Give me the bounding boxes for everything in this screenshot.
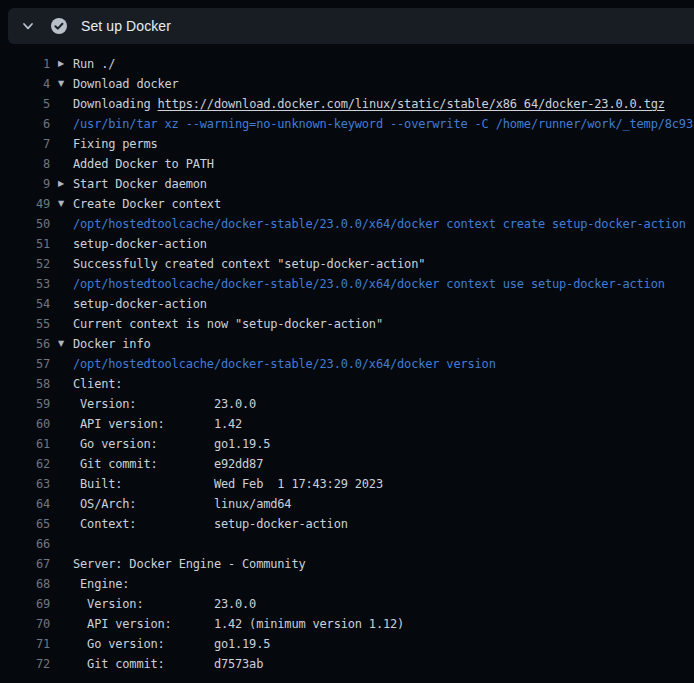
log-link[interactable]: https://download.docker.com/linux/static… bbox=[158, 97, 665, 111]
line-number[interactable]: 1 bbox=[0, 54, 50, 74]
line-number[interactable]: 51 bbox=[0, 234, 50, 254]
line-number[interactable]: 62 bbox=[0, 454, 50, 474]
log-line-content: API version: 1.42 bbox=[73, 414, 694, 434]
log-line-content: Current context is now "setup-docker-act… bbox=[73, 314, 694, 334]
line-number[interactable]: 54 bbox=[0, 294, 50, 314]
line-number[interactable]: 69 bbox=[0, 594, 50, 614]
log-group-header[interactable]: 49▼Create Docker context bbox=[0, 194, 694, 214]
step-title: Set up Docker bbox=[81, 18, 171, 34]
log-line-content: Version: 23.0.0 bbox=[73, 394, 694, 414]
group-collapsed-icon: ▶ bbox=[50, 54, 73, 74]
log-text: Client: bbox=[73, 377, 122, 391]
step-header[interactable]: Set up Docker bbox=[8, 8, 694, 44]
log-line: 54setup-docker-action bbox=[0, 294, 694, 314]
log-line: 67Server: Docker Engine - Community bbox=[0, 554, 694, 574]
log-line-content: Go version: go1.19.5 bbox=[73, 434, 694, 454]
log-line-content: Server: Docker Engine - Community bbox=[73, 554, 694, 574]
line-number[interactable]: 72 bbox=[0, 654, 50, 674]
log-line-content: /usr/bin/tar xz --warning=no-unknown-key… bbox=[73, 114, 694, 134]
arrow-slot bbox=[50, 574, 73, 594]
log-line-content: Start Docker daemon bbox=[73, 174, 694, 194]
line-number[interactable]: 65 bbox=[0, 514, 50, 534]
log-text: Fixing perms bbox=[73, 137, 158, 151]
line-number[interactable]: 63 bbox=[0, 474, 50, 494]
arrow-slot bbox=[50, 134, 73, 154]
log-line-content: Client: bbox=[73, 374, 694, 394]
log-text: Docker info bbox=[73, 337, 151, 351]
line-number[interactable]: 71 bbox=[0, 634, 50, 654]
line-number[interactable]: 59 bbox=[0, 394, 50, 414]
arrow-slot bbox=[50, 234, 73, 254]
log-text: Go version: go1.19.5 bbox=[73, 637, 270, 651]
log-line: 60 API version: 1.42 bbox=[0, 414, 694, 434]
arrow-slot bbox=[50, 454, 73, 474]
log-line: 58Client: bbox=[0, 374, 694, 394]
log-line: 6/usr/bin/tar xz --warning=no-unknown-ke… bbox=[0, 114, 694, 134]
log-text: OS/Arch: linux/amd64 bbox=[73, 497, 291, 511]
log-line: 7Fixing perms bbox=[0, 134, 694, 154]
line-number[interactable]: 4 bbox=[0, 74, 50, 94]
line-number[interactable]: 70 bbox=[0, 614, 50, 634]
line-number[interactable]: 61 bbox=[0, 434, 50, 454]
log-line-content: setup-docker-action bbox=[73, 294, 694, 314]
line-number[interactable]: 49 bbox=[0, 194, 50, 214]
log-group-header[interactable]: 9▶Start Docker daemon bbox=[0, 174, 694, 194]
line-number[interactable]: 7 bbox=[0, 134, 50, 154]
log-line-content: Create Docker context bbox=[73, 194, 694, 214]
log-line: 63 Built: Wed Feb 1 17:43:29 2023 bbox=[0, 474, 694, 494]
line-number[interactable]: 8 bbox=[0, 154, 50, 174]
log-line: 57/opt/hostedtoolcache/docker-stable/23.… bbox=[0, 354, 694, 374]
arrow-slot bbox=[50, 534, 73, 554]
log-line-content: Download docker bbox=[73, 74, 694, 94]
log-group-header[interactable]: 56▼Docker info bbox=[0, 334, 694, 354]
log-line-content: Added Docker to PATH bbox=[73, 154, 694, 174]
log-line-content: /opt/hostedtoolcache/docker-stable/23.0.… bbox=[73, 274, 694, 294]
log-group-header[interactable]: 1▶Run ./ bbox=[0, 54, 694, 74]
command-text: /usr/bin/tar xz --warning=no-unknown-key… bbox=[73, 117, 693, 131]
line-number[interactable]: 60 bbox=[0, 414, 50, 434]
arrow-slot bbox=[50, 274, 73, 294]
arrow-slot bbox=[50, 154, 73, 174]
log-text: Successfully created context "setup-dock… bbox=[73, 257, 425, 271]
line-number[interactable]: 64 bbox=[0, 494, 50, 514]
line-number[interactable]: 57 bbox=[0, 354, 50, 374]
log-line: 53/opt/hostedtoolcache/docker-stable/23.… bbox=[0, 274, 694, 294]
chevron-down-icon[interactable] bbox=[21, 19, 35, 33]
line-number[interactable]: 53 bbox=[0, 274, 50, 294]
log-line: 71 Go version: go1.19.5 bbox=[0, 634, 694, 654]
log-line-content: Successfully created context "setup-dock… bbox=[73, 254, 694, 274]
arrow-slot bbox=[50, 654, 73, 674]
line-number[interactable]: 6 bbox=[0, 114, 50, 134]
log-line: 64 OS/Arch: linux/amd64 bbox=[0, 494, 694, 514]
log-line-content: setup-docker-action bbox=[73, 234, 694, 254]
line-number[interactable]: 5 bbox=[0, 94, 50, 114]
log-line-content: Engine: bbox=[73, 574, 694, 594]
line-number[interactable]: 9 bbox=[0, 174, 50, 194]
arrow-slot bbox=[50, 294, 73, 314]
line-number[interactable]: 67 bbox=[0, 554, 50, 574]
line-number[interactable]: 66 bbox=[0, 534, 50, 554]
line-number[interactable]: 50 bbox=[0, 214, 50, 234]
arrow-slot bbox=[50, 114, 73, 134]
line-number[interactable]: 52 bbox=[0, 254, 50, 274]
log-line-content: Go version: go1.19.5 bbox=[73, 634, 694, 654]
line-number[interactable]: 68 bbox=[0, 574, 50, 594]
line-number[interactable]: 55 bbox=[0, 314, 50, 334]
log-line: 69 Version: 23.0.0 bbox=[0, 594, 694, 614]
log-text: Engine: bbox=[73, 577, 129, 591]
log-line-content: Fixing perms bbox=[73, 134, 694, 154]
line-number[interactable]: 58 bbox=[0, 374, 50, 394]
arrow-slot bbox=[50, 314, 73, 334]
log-line: 5Downloading https://download.docker.com… bbox=[0, 94, 694, 114]
log-text: Added Docker to PATH bbox=[73, 157, 214, 171]
log-line: 65 Context: setup-docker-action bbox=[0, 514, 694, 534]
arrow-slot bbox=[50, 414, 73, 434]
log-lines: 1▶Run ./4▼Download docker5Downloading ht… bbox=[0, 44, 694, 674]
line-number[interactable]: 56 bbox=[0, 334, 50, 354]
arrow-slot bbox=[50, 494, 73, 514]
log-line: 72 Git commit: d7573ab bbox=[0, 654, 694, 674]
log-text: Git commit: d7573ab bbox=[73, 657, 263, 671]
log-text: Current context is now "setup-docker-act… bbox=[73, 317, 383, 331]
log-text: setup-docker-action bbox=[73, 237, 207, 251]
log-group-header[interactable]: 4▼Download docker bbox=[0, 74, 694, 94]
